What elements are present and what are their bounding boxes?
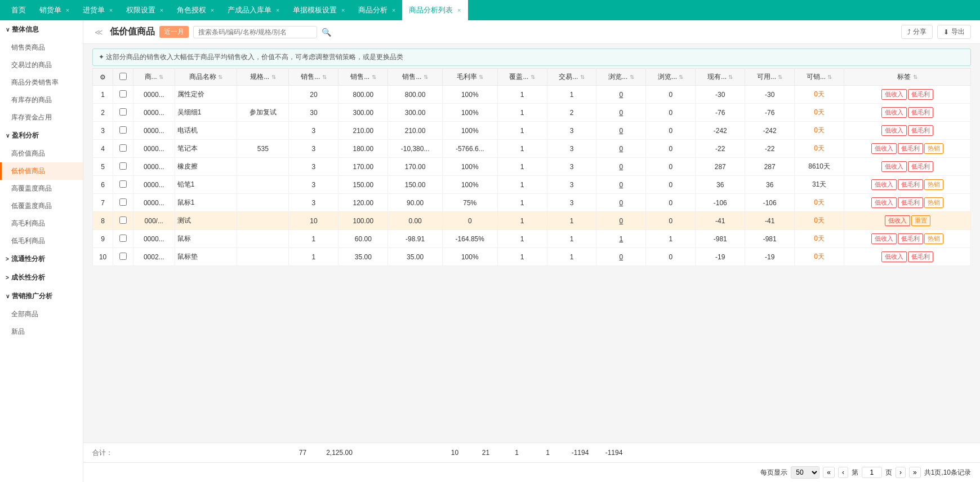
nav-permission-settings[interactable]: 权限设置 × [119, 0, 170, 20]
th-checkbox[interactable] [113, 69, 133, 86]
cell-checkbox[interactable] [113, 122, 133, 140]
next-page-button[interactable]: › [896, 467, 906, 478]
last-page-button[interactable]: » [909, 467, 921, 478]
close-icon[interactable]: × [457, 7, 461, 14]
view1-link[interactable]: 0 [620, 127, 623, 135]
cell-name[interactable]: 电话机 [175, 122, 237, 140]
sidebar-item-traded-goods[interactable]: 交易过的商品 [0, 56, 83, 74]
cell-checkbox[interactable] [113, 176, 133, 194]
sidebar-item-sales-goods[interactable]: 销售类商品 [0, 39, 83, 56]
cell-name[interactable]: 鼠标垫 [175, 248, 237, 266]
search-button[interactable]: 🔍 [322, 28, 331, 37]
th-spec[interactable]: 规格... ⇅ [237, 69, 289, 86]
sidebar-item-high-margin[interactable]: 高毛利商品 [0, 215, 83, 232]
search-input[interactable] [193, 26, 317, 38]
cell-view1[interactable]: 0 [596, 176, 646, 194]
per-page-select[interactable]: 50 20 100 [791, 466, 819, 479]
row-checkbox[interactable] [119, 180, 127, 188]
sidebar-group-growth[interactable]: > 成长性分析 [0, 268, 83, 287]
row-checkbox[interactable] [119, 144, 127, 152]
row-checkbox[interactable] [119, 108, 127, 116]
cell-name[interactable]: 属性定价 [175, 86, 237, 104]
row-checkbox[interactable] [119, 162, 127, 170]
view1-link[interactable]: 0 [620, 253, 623, 261]
cell-checkbox[interactable] [113, 248, 133, 266]
close-icon[interactable]: × [392, 7, 395, 14]
th-available[interactable]: 可用... ⇅ [745, 69, 795, 86]
cell-checkbox[interactable] [113, 140, 133, 158]
nav-purchase-order[interactable]: 进货单 × [76, 0, 119, 20]
th-trade[interactable]: 交易... ⇅ [547, 69, 596, 86]
sidebar-item-category-rate[interactable]: 商品分类销售率 [0, 74, 83, 91]
view1-link[interactable]: 0 [620, 163, 623, 171]
first-page-button[interactable]: « [823, 467, 835, 478]
row-checkbox[interactable] [119, 198, 127, 206]
th-view2[interactable]: 浏览... ⇅ [646, 69, 696, 86]
export-button[interactable]: ⬇ 导出 [937, 25, 971, 39]
share-button[interactable]: ⤴ 分享 [901, 25, 933, 39]
sidebar-item-low-margin[interactable]: 低毛利商品 [0, 232, 83, 250]
cell-checkbox[interactable] [113, 230, 133, 248]
sidebar-group-marketing[interactable]: ∨ 营销推广分析 [0, 287, 83, 306]
row-checkbox[interactable] [119, 126, 127, 134]
view1-link[interactable]: 0 [620, 91, 623, 99]
cell-view1[interactable]: 0 [596, 158, 646, 176]
cell-name[interactable]: 笔记本 [175, 140, 237, 158]
nav-sales-order[interactable]: 销货单 × [33, 0, 76, 20]
th-qty[interactable]: 销售... ⇅ [289, 69, 338, 86]
cell-checkbox[interactable] [113, 104, 133, 122]
th-sale-amt[interactable]: 销售... ⇅ [338, 69, 388, 86]
th-code[interactable]: 商... ⇅ [133, 69, 175, 86]
collapse-sidebar-button[interactable]: ≪ [92, 28, 105, 37]
close-icon[interactable]: × [211, 7, 214, 14]
cell-name[interactable]: 鼠标 [175, 230, 237, 248]
cell-view1[interactable]: 0 [596, 194, 646, 212]
view1-link[interactable]: 0 [620, 199, 623, 207]
sidebar-item-low-coverage[interactable]: 低覆盖度商品 [0, 197, 83, 215]
view1-link[interactable]: 0 [620, 109, 623, 117]
sidebar-group-overview[interactable]: ∨ 整体信息 [0, 20, 83, 39]
nav-role-auth[interactable]: 角色授权 × [170, 0, 221, 20]
row-checkbox[interactable] [119, 253, 127, 260]
nav-product-analysis-list[interactable]: 商品分析列表 × [402, 0, 467, 20]
sidebar-group-profit[interactable]: ∨ 盈利分析 [0, 126, 83, 145]
table-container[interactable]: ⚙ 商... ⇅ 商品名称 ⇅ 规格... ⇅ 销售... ⇅ 销售... ⇅ … [83, 68, 980, 443]
cell-name[interactable]: 铅笔1 [175, 176, 237, 194]
nav-home[interactable]: 首页 [5, 0, 33, 20]
row-checkbox[interactable] [119, 90, 127, 98]
select-all-checkbox[interactable] [119, 73, 127, 80]
sidebar-item-new-goods[interactable]: 新品 [0, 323, 83, 341]
cell-view1[interactable]: 0 [596, 122, 646, 140]
sidebar-item-low-value[interactable]: 低价值商品 [0, 162, 83, 180]
sidebar-item-stock-goods[interactable]: 有库存的商品 [0, 91, 83, 109]
row-checkbox[interactable] [119, 216, 127, 224]
close-icon[interactable]: × [276, 7, 279, 14]
cell-name[interactable]: 鼠标1 [175, 194, 237, 212]
sidebar-item-high-value[interactable]: 高价值商品 [0, 145, 83, 162]
nav-product-analysis[interactable]: 商品分析 × [351, 0, 402, 20]
nav-template-settings[interactable]: 单据模板设置 × [286, 0, 351, 20]
cell-checkbox[interactable] [113, 194, 133, 212]
view1-link[interactable]: 0 [620, 145, 623, 153]
view1-link[interactable]: 1 [620, 235, 623, 243]
view1-link[interactable]: 0 [620, 181, 623, 189]
cell-view1[interactable]: 0 [596, 248, 646, 266]
th-tags[interactable]: 标签 ⇅ [844, 69, 971, 86]
cell-view1[interactable]: 0 [596, 140, 646, 158]
prev-page-button[interactable]: ‹ [838, 467, 848, 478]
sidebar-group-liquidity[interactable]: > 流通性分析 [0, 250, 83, 268]
sidebar-item-all-goods[interactable]: 全部商品 [0, 306, 83, 323]
cell-view1[interactable]: 0 [596, 86, 646, 104]
close-icon[interactable]: × [341, 7, 345, 14]
row-checkbox[interactable] [119, 235, 127, 242]
close-icon[interactable]: × [66, 7, 69, 14]
filter-period-button[interactable]: 近一月 [159, 26, 189, 38]
sidebar-item-high-coverage[interactable]: 高覆盖度商品 [0, 180, 83, 197]
cell-name[interactable]: 吴细细1 [175, 104, 237, 122]
cell-checkbox[interactable] [113, 212, 133, 230]
close-icon[interactable]: × [109, 7, 113, 14]
close-icon[interactable]: × [160, 7, 163, 14]
cell-view1[interactable]: 0 [596, 104, 646, 122]
th-name[interactable]: 商品名称 ⇅ [175, 69, 237, 86]
th-view1[interactable]: 浏览... ⇅ [596, 69, 646, 86]
